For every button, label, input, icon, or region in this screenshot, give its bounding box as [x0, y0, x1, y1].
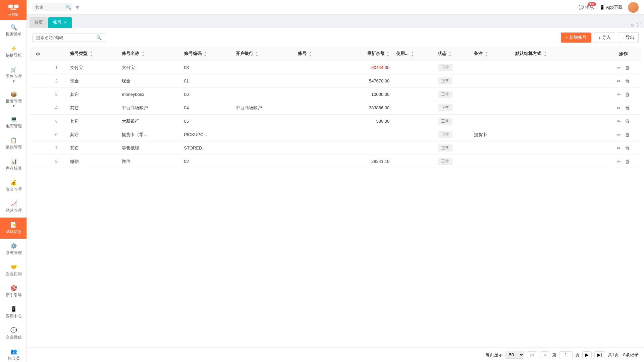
app-icon: 📱 [599, 5, 605, 10]
col-status-header[interactable]: 状态 ▲▼ [434, 47, 471, 61]
import-button[interactable]: ↑ 导入 [594, 32, 615, 43]
sidebar-item-3[interactable]: 📦批发管理▼ [0, 87, 26, 112]
table-row: 6 其它 提货卡（零... PICKUPC... 正常 提货卡 ✏ 🗑 [30, 128, 641, 141]
tab-maximize-icon[interactable]: ⛶ [637, 23, 641, 28]
top-search-icon: 🔍 [66, 5, 71, 10]
gear-icon[interactable]: ⚙ [36, 52, 40, 57]
row-account-7 [294, 155, 336, 168]
row-code-3: 04 [181, 101, 232, 115]
sidebar-item-12[interactable]: 🎯新手引导 [0, 281, 26, 302]
delete-button-2[interactable]: 🗑 [624, 91, 631, 98]
tab-close-all-icon[interactable]: ✕ [631, 23, 634, 28]
row-actions-7: ✏ 🗑 [605, 155, 641, 168]
page-label: 页 [575, 352, 580, 358]
delete-button-6[interactable]: 🗑 [624, 145, 631, 152]
col-type-header[interactable]: 账号类型 ▲▼ [67, 47, 118, 61]
avatar[interactable] [628, 2, 639, 13]
delete-button-0[interactable]: 🗑 [624, 64, 631, 71]
sidebar-item-2[interactable]: 🛒零售管理▼ [0, 62, 26, 87]
sidebar-item-10[interactable]: ⚙️系统管理 [0, 239, 26, 260]
sidebar-icon-6: 📊 [10, 158, 17, 165]
table-row: 7 其它 零售抵现 STORED... 正常 ✏ 🗑 [30, 141, 641, 155]
top-bar-left: 🔍 ▾ [32, 3, 79, 11]
sidebar-item-13[interactable]: 📱应用中心 [0, 302, 26, 323]
sidebar-item-4[interactable]: 💻电商管理 [0, 112, 26, 133]
row-note-5: 提货卡 [471, 128, 512, 141]
message-button[interactable]: 💬 消息 99+ [579, 4, 594, 10]
edit-button-7[interactable]: ✏ [615, 158, 622, 165]
row-use-3 [393, 101, 434, 115]
toolbar: 🔍 + 新增账号 ↑ 导入 ↓ 导出 [27, 28, 644, 47]
delete-button-1[interactable]: 🗑 [624, 78, 631, 84]
tab-account[interactable]: 账号 ✕ [48, 17, 72, 28]
sidebar-item-5[interactable]: 📋采购管理 [0, 133, 26, 154]
row-settlement-1 [512, 74, 605, 88]
edit-button-5[interactable]: ✏ [615, 131, 622, 138]
row-settlement-2 [512, 88, 605, 101]
edit-button-6[interactable]: ✏ [615, 145, 622, 152]
delete-button-7[interactable]: 🗑 [624, 158, 631, 165]
col-settlement-header[interactable]: 默认结算方式 ▲▼ [512, 47, 605, 61]
search-input[interactable] [36, 35, 96, 40]
top-search-input[interactable] [36, 5, 66, 10]
sidebar-label-10: 系统管理 [6, 250, 22, 256]
row-status-0: 正常 [434, 61, 471, 74]
col-settings[interactable]: ⚙ [30, 47, 46, 61]
top-search-box[interactable]: 🔍 [32, 3, 72, 11]
col-name-header[interactable]: 账号名称 ▲▼ [118, 47, 180, 61]
sidebar-item-8[interactable]: 📈经营管理 [0, 196, 26, 218]
col-note-header[interactable]: 备注 ▲▼ [471, 47, 512, 61]
row-num-6: 7 [46, 141, 67, 155]
row-status-1: 正常 [434, 74, 471, 88]
col-account-header[interactable]: 账号 ▲▼ [294, 47, 336, 61]
add-account-button[interactable]: + 新增账号 [561, 33, 591, 43]
sidebar-item-0[interactable]: 🔍搜索菜单 [0, 20, 26, 41]
sidebar-icon-5: 📋 [10, 137, 17, 143]
page-last-button[interactable]: ▶| [594, 351, 605, 358]
sidebar-item-11[interactable]: 🤝企业协同 [0, 260, 26, 281]
sidebar-item-6[interactable]: 📊库存核算 [0, 154, 26, 175]
row-settlement-4 [512, 115, 605, 128]
row-use-0 [393, 61, 434, 74]
table-row: 3 其它 moneybosx 06 10000.00 正常 ✏ 🗑 [30, 88, 641, 101]
row-num-1: 2 [46, 74, 67, 88]
page-prev-button[interactable]: ◀ [540, 351, 549, 358]
edit-button-4[interactable]: ✏ [615, 118, 622, 125]
dropdown-icon[interactable]: ▾ [76, 4, 79, 11]
col-balance-header[interactable]: 最新余额 ▲▼ [336, 47, 393, 61]
row-type-1: 现金 [67, 74, 118, 88]
tab-account-close[interactable]: ✕ [64, 20, 67, 25]
sidebar-item-14[interactable]: 💬企业微信 [0, 323, 26, 344]
edit-button-1[interactable]: ✏ [615, 78, 622, 84]
page-next-button[interactable]: ▶ [582, 351, 592, 358]
sidebar-item-7[interactable]: 💰资金管理 [0, 175, 26, 196]
row-balance-6 [336, 141, 393, 155]
row-code-7: 02 [181, 155, 232, 168]
sidebar-icon-8: 📈 [10, 200, 17, 207]
sidebar-item-15[interactable]: 👥畅会员 [0, 344, 26, 362]
page-size-select[interactable]: 50 20 100 [505, 351, 524, 359]
col-code-header[interactable]: 账号编码 ▲▼ [181, 47, 232, 61]
top-bar: 🔍 ▾ 💬 消息 99+ 📱 App下载 [27, 0, 644, 15]
delete-button-3[interactable]: 🗑 [624, 105, 631, 111]
col-bank-header[interactable]: 开户银行 ▲▼ [232, 47, 294, 61]
tab-home[interactable]: 首页 [30, 17, 48, 28]
edit-button-0[interactable]: ✏ [615, 64, 622, 71]
export-button[interactable]: ↓ 导出 [618, 32, 639, 43]
col-use-header[interactable]: 使用... ▲▼ [393, 47, 434, 61]
row-status-5: 正常 [434, 128, 471, 141]
page-input[interactable] [559, 351, 573, 358]
app-download-button[interactable]: 📱 App下载 [599, 4, 623, 10]
edit-button-2[interactable]: ✏ [615, 91, 622, 98]
content-area: 🔍 + 新增账号 ↑ 导入 ↓ 导出 ⚙ [27, 28, 644, 362]
edit-button-3[interactable]: ✏ [615, 105, 622, 111]
delete-button-4[interactable]: 🗑 [624, 118, 631, 125]
search-box[interactable]: 🔍 [32, 34, 106, 42]
svg-rect-1 [14, 5, 18, 8]
delete-button-5[interactable]: 🗑 [624, 131, 631, 138]
row-settings-7 [30, 155, 46, 168]
sidebar-item-9[interactable]: 📝基础信息 [0, 218, 26, 239]
sidebar-item-1[interactable]: ⚡快捷导航 [0, 41, 26, 62]
page-first-button[interactable]: |◀ [527, 351, 537, 358]
row-settings-4 [30, 115, 46, 128]
